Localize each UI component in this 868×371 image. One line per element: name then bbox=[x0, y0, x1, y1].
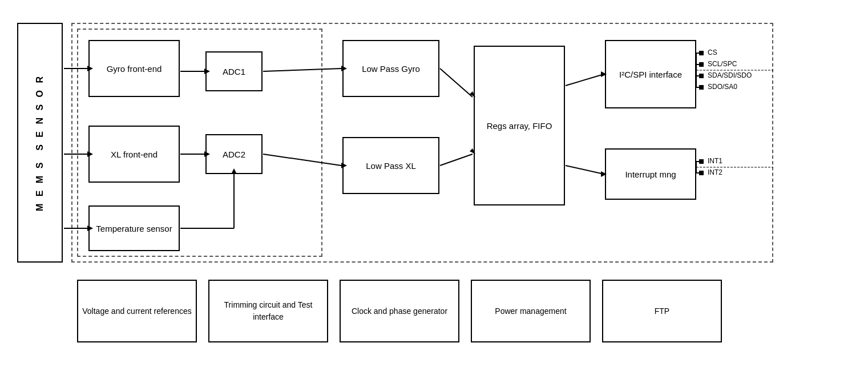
xl-frontend-label: XL front-end bbox=[111, 148, 158, 160]
xl-frontend-block: XL front-end bbox=[88, 126, 180, 183]
sda-connector bbox=[699, 74, 704, 78]
mems-sensor-box: M E M S S E N S O R bbox=[17, 23, 63, 263]
interrupt-mng-label: Interrupt mng bbox=[625, 168, 676, 180]
int2-connector bbox=[699, 171, 704, 175]
adc1-label: ADC1 bbox=[223, 66, 245, 78]
interrupt-mng-block: Interrupt mng bbox=[605, 148, 696, 200]
ftp-label: FTP bbox=[655, 305, 669, 317]
gyro-frontend-label: Gyro front-end bbox=[107, 63, 162, 75]
power-management-box: Power management bbox=[471, 280, 591, 342]
adc1-block: ADC1 bbox=[205, 51, 263, 91]
gyro-frontend-block: Gyro front-end bbox=[88, 40, 180, 97]
i2c-spi-block: I²C/SPI interface bbox=[605, 40, 696, 108]
temp-sensor-label: Temperature sensor bbox=[96, 223, 172, 235]
trimming-label: Trimming circuit and Test interface bbox=[209, 299, 327, 323]
sdo-connector bbox=[699, 85, 704, 90]
power-management-label: Power management bbox=[495, 305, 566, 317]
adc2-label: ADC2 bbox=[223, 148, 245, 160]
sdo-sa0-label: SDO/SA0 bbox=[708, 83, 737, 91]
int1-connector bbox=[699, 159, 704, 164]
regs-array-block: Regs array, FIFO bbox=[474, 46, 565, 205]
low-pass-gyro-label: Low Pass Gyro bbox=[362, 63, 420, 75]
adc2-block: ADC2 bbox=[205, 134, 263, 174]
int2-label: INT2 bbox=[708, 168, 722, 176]
trimming-box: Trimming circuit and Test interface bbox=[208, 280, 328, 342]
low-pass-xl-block: Low Pass XL bbox=[342, 137, 439, 194]
voltage-current-box: Voltage and current references bbox=[77, 280, 197, 342]
ftp-box: FTP bbox=[602, 280, 722, 342]
cs-label: CS bbox=[708, 49, 717, 57]
clock-phase-box: Clock and phase generator bbox=[340, 280, 459, 342]
temp-sensor-block: Temperature sensor bbox=[88, 205, 180, 251]
voltage-current-label: Voltage and current references bbox=[82, 305, 191, 317]
scl-spc-label: SCL/SPC bbox=[708, 60, 737, 68]
low-pass-xl-label: Low Pass XL bbox=[366, 160, 416, 172]
mems-sensor-label: M E M S S E N S O R bbox=[34, 74, 46, 211]
diagram-container: M E M S S E N S O R Gyro front-end XL fr… bbox=[11, 11, 856, 360]
sda-label: SDA/SDI/SDO bbox=[708, 71, 752, 79]
low-pass-gyro-block: Low Pass Gyro bbox=[342, 40, 439, 97]
regs-array-label: Regs array, FIFO bbox=[487, 120, 552, 132]
cs-connector bbox=[699, 51, 704, 55]
int1-label: INT1 bbox=[708, 157, 722, 165]
clock-phase-label: Clock and phase generator bbox=[352, 305, 447, 317]
i2c-spi-label: I²C/SPI interface bbox=[619, 68, 682, 80]
scl-connector bbox=[699, 62, 704, 67]
